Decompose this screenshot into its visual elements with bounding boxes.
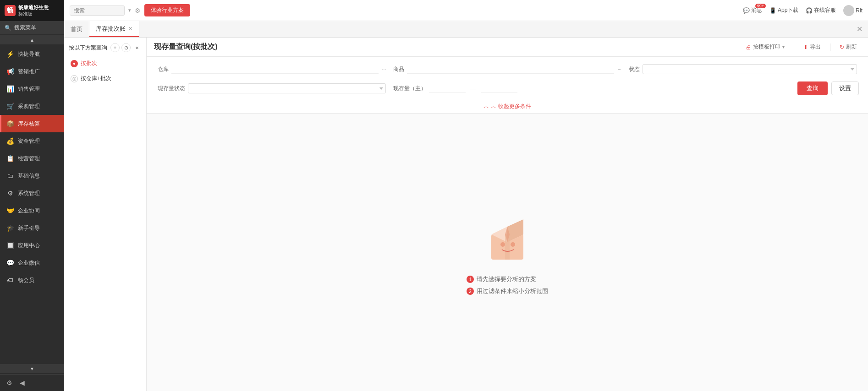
add-scheme-btn[interactable]: + (110, 43, 120, 52)
sales-icon: 📊 (6, 85, 14, 93)
empty-hint: 1 请先选择要分析的方案 2 用过滤条件来缩小分析范围 (467, 275, 548, 295)
toolbar-divider2 (830, 43, 830, 51)
qty-label: 现存量（主） (393, 85, 426, 92)
sidebar-search[interactable]: 🔍 搜索菜单 (0, 21, 64, 34)
tab-inventory-batch[interactable]: 库存批次账 ✕ (89, 21, 139, 37)
collapse-label: 收起更多条件 (498, 103, 531, 110)
tabbar-close-button[interactable]: ✕ (851, 21, 868, 37)
empty-state: 1 请先选择要分析的方案 2 用过滤条件来缩小分析范围 (147, 114, 868, 391)
enterprise-icon: 🤝 (6, 206, 14, 215)
app-download-btn[interactable]: 📱 App下载 (769, 6, 798, 14)
scheme-settings-btn[interactable]: ⊙ (121, 43, 131, 52)
sidebar-scroll-up[interactable]: ▲ (0, 35, 64, 44)
sidebar-item-operation[interactable]: 📋 经营管理 (0, 150, 64, 167)
settings-button[interactable]: 设置 (831, 81, 859, 95)
right-panel: 现存量查询(按批次) 🖨 按模板打印 ▾ ⬆ 导出 ↻ 刷新 (147, 38, 868, 391)
warehouse-more-icon[interactable]: ··· (382, 67, 386, 72)
print-icon: 🖨 (746, 44, 751, 50)
sidebar-item-enterprise[interactable]: 🤝 企业协同 (0, 202, 64, 219)
status-select[interactable]: 正常 不足 (643, 64, 857, 74)
sidebar-item-label: 企业协同 (18, 207, 40, 215)
scheme-item-by-warehouse-batch[interactable]: ◎ 按仓库+批次 (64, 71, 146, 86)
headset-icon: 🎧 (806, 7, 813, 14)
topbar-right: 💬 消息 99+ 📱 App下载 🎧 在线客服 Rit (743, 5, 863, 16)
trial-button[interactable]: 体验行业方案 (144, 4, 190, 16)
sidebar-item-label: 企业微信 (18, 259, 40, 267)
print-btn[interactable]: 🖨 按模板打印 ▾ (742, 41, 788, 53)
sidebar-item-wechat[interactable]: 💬 企业微信 (0, 254, 64, 272)
topbar-chevron-icon[interactable]: ▾ (128, 7, 131, 13)
refresh-icon: ↻ (840, 44, 844, 50)
sidebar-item-label: 采购管理 (18, 103, 40, 110)
tabbar: 首页 库存批次账 ✕ ✕ (64, 21, 868, 38)
hint-item-1: 1 请先选择要分析的方案 (467, 275, 548, 283)
sidebar: 畅 畅康通好生意 标准版 🔍 搜索菜单 ▲ ⚡ 快捷导航 📢 营销推广 📊 销售… (0, 0, 64, 391)
sidebar-item-vip[interactable]: 🏷 畅会员 (0, 272, 64, 289)
message-btn[interactable]: 💬 消息 99+ (743, 6, 762, 14)
inventory-status-label: 现存量状态 (158, 85, 185, 92)
tab-home[interactable]: 首页 (64, 21, 89, 37)
scheme-icon-gray: ◎ (71, 75, 78, 82)
collapse-bar[interactable]: ︿ ︿ 收起更多条件 (147, 100, 868, 113)
user-avatar[interactable]: Rit (843, 5, 863, 16)
qty-dash: — (468, 85, 478, 92)
export-btn[interactable]: ⬆ 导出 (800, 41, 824, 53)
sidebar-item-apps[interactable]: 🔲 应用中心 (0, 237, 64, 254)
sidebar-item-basic[interactable]: 🗂 基础信息 (0, 167, 64, 185)
query-button[interactable]: 查询 (797, 81, 828, 95)
panel-collapse-btn[interactable]: « (132, 43, 142, 52)
warehouse-input[interactable] (171, 65, 379, 74)
scheme-item-by-batch[interactable]: ● 按批次 (64, 56, 146, 71)
sidebar-item-label: 销售管理 (18, 85, 40, 93)
sidebar-item-label: 库存核算 (18, 120, 40, 128)
print-chevron-icon[interactable]: ▾ (782, 44, 785, 49)
message-badge: 99+ (755, 4, 766, 8)
scheme-label: 按批次 (81, 60, 97, 67)
collapse-sidebar-icon[interactable]: ◀ (17, 378, 27, 387)
sidebar-item-purchase[interactable]: 🛒 采购管理 (0, 98, 64, 115)
sidebar-item-system[interactable]: ⚙ 系统管理 (0, 185, 64, 202)
sidebar-item-inventory[interactable]: 📦 库存核算 (0, 115, 64, 132)
quick-nav-icon: ⚡ (6, 50, 14, 58)
page-title: 现存量查询(按批次) (154, 42, 218, 52)
tab-inventory-batch-label: 库存批次账 (96, 25, 126, 33)
sidebar-item-sales[interactable]: 📊 销售管理 (0, 80, 64, 98)
filter-area: 仓库 ··· 商品 ··· 状态 正常 不足 (147, 57, 868, 114)
refresh-btn[interactable]: ↻ 刷新 (836, 41, 861, 53)
search-icon: 🔍 (5, 25, 11, 31)
sidebar-header: 畅 畅康通好生意 标准版 (0, 0, 64, 21)
sidebar-item-quick-nav[interactable]: ⚡ 快捷导航 (0, 45, 64, 63)
avatar-image (843, 5, 854, 16)
status-label: 状态 (629, 65, 640, 73)
hint-text-2: 用过滤条件来缩小分析范围 (477, 287, 548, 295)
app-name-block: 畅康通好生意 标准版 (18, 4, 49, 16)
sidebar-item-marketing[interactable]: 📢 营销推广 (0, 63, 64, 80)
toolbar-divider1 (794, 43, 794, 51)
qty-max-input[interactable] (481, 84, 517, 93)
online-service-btn[interactable]: 🎧 在线客服 (806, 6, 836, 14)
filter-product: 商品 ··· (390, 62, 625, 76)
username: Rit (856, 7, 863, 14)
sidebar-item-newbie[interactable]: 🎓 新手引导 (0, 219, 64, 237)
product-label: 商品 (393, 65, 404, 73)
sidebar-scroll-down[interactable]: ▼ (0, 364, 64, 373)
qty-min-input[interactable] (429, 84, 466, 93)
filter-inventory-status: 现存量状态 正常 不足 (154, 81, 390, 96)
product-input[interactable] (407, 65, 614, 74)
sidebar-item-label: 畅会员 (18, 277, 34, 284)
sidebar-item-finance[interactable]: 💰 资金管理 (0, 132, 64, 150)
main-area: ▾ ⚙ 体验行业方案 💬 消息 99+ 📱 App下载 🎧 在线客服 Rit (64, 0, 868, 391)
topbar-search-input[interactable] (70, 5, 125, 16)
product-more-icon[interactable]: ··· (618, 67, 621, 72)
sidebar-item-label: 基础信息 (18, 172, 40, 180)
settings-icon[interactable]: ⚙ (5, 378, 14, 387)
operation-icon: 📋 (6, 154, 14, 163)
tab-close-icon[interactable]: ✕ (128, 26, 132, 32)
inventory-icon: 📦 (6, 119, 14, 128)
sidebar-item-label: 经营管理 (18, 155, 40, 163)
inventory-status-select[interactable]: 正常 不足 (188, 83, 386, 93)
topbar-gear-icon[interactable]: ⚙ (135, 7, 141, 14)
close-icon: ✕ (857, 25, 863, 33)
topbar: ▾ ⚙ 体验行业方案 💬 消息 99+ 📱 App下载 🎧 在线客服 Rit (64, 0, 868, 21)
left-panel-header: 按以下方案查询 + ⊙ « (64, 41, 146, 56)
